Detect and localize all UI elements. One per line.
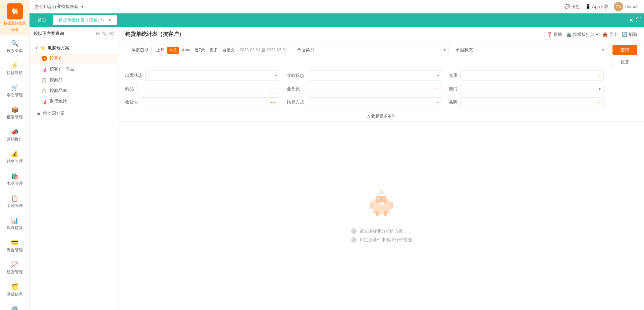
sidebar-item-quick-nav[interactable]: ⚡ 快捷导航	[0, 58, 29, 80]
receiver-dots-icon: ···	[271, 99, 277, 105]
tree-group-mobile-header[interactable]: ▶ 移动端方案	[30, 108, 118, 119]
date-tab-this-month[interactable]: 本月	[167, 47, 179, 54]
department-select[interactable]: ▾	[460, 84, 604, 94]
query-button[interactable]: 查询	[612, 45, 637, 55]
sales-icon: 💰	[11, 150, 18, 158]
sidebar-item-retail[interactable]: 🛒 零售管理	[0, 80, 29, 102]
sidebar-item-label: 营销推广	[7, 137, 23, 142]
add-scheme-icon[interactable]: ⊕	[96, 30, 100, 37]
date-tab-this-year[interactable]: 本年	[180, 47, 192, 54]
sidebar-item-search[interactable]: 🔍 搜索菜单	[0, 36, 29, 58]
right-panel: 销货单统计表（按客户） ❓ 帮助 🖨️ 按模板打印 ▾ 📤 导出	[118, 27, 644, 310]
logo-text: 畅捷通好生意	[4, 21, 26, 26]
list-icon-2: 📋	[42, 88, 47, 93]
tree-item-label: 按商品99	[50, 88, 67, 94]
sidebar-item-wholesale[interactable]: 📦 批发管理	[0, 102, 29, 124]
tip2-text: 用过滤条件来缩小分析范围	[360, 237, 412, 243]
svg-rect-6	[379, 202, 384, 205]
user-name: demo2	[625, 4, 639, 9]
tree-item-label: 按客户	[50, 55, 63, 61]
window-maximize-icon[interactable]: ⛶	[636, 17, 641, 23]
tree-item-by-goods[interactable]: 📋 按商品	[30, 74, 118, 85]
collapse-scheme-icon[interactable]: ≪	[108, 30, 114, 37]
export-icon: 📤	[602, 32, 608, 37]
setting-button[interactable]: 设置	[612, 57, 637, 67]
empty-tip-1: 1 请先选择要分析的方案	[351, 228, 412, 234]
tree-item-by-customer[interactable]: ● 按客户	[30, 53, 118, 64]
page-header: 销货单统计表（按客户） ❓ 帮助 🖨️ 按模板打印 ▾ 📤 导出	[118, 27, 644, 41]
svg-rect-7	[370, 202, 373, 209]
app-download-button[interactable]: 📱 App下载	[585, 4, 608, 10]
date-tab-more[interactable]: 更多	[208, 47, 220, 54]
tree-item-return-stat[interactable]: 📊 退货统计	[30, 96, 118, 107]
sidebar-item-label: 销售管理	[7, 159, 23, 164]
empty-illustration	[365, 189, 398, 223]
refresh-button[interactable]: 🔄 刷新	[622, 32, 637, 38]
settlement-label: 结算方式	[287, 99, 304, 105]
export-label: 导出	[609, 32, 618, 38]
sidebar-item-marketing[interactable]: 📣 营销推广	[0, 124, 29, 146]
quick-nav-icon: ⚡	[11, 62, 18, 69]
date-tab-last-month[interactable]: 上月	[154, 47, 166, 54]
print-button[interactable]: 🖨️ 按模板打印 ▾	[566, 32, 598, 38]
topbar-right: 💬 消息 📱 App下载 Ea demo2	[565, 2, 639, 11]
app-label: App下载	[592, 4, 608, 10]
help-button[interactable]: ❓ 帮助	[547, 32, 562, 38]
svg-point-5	[383, 199, 385, 200]
refresh-label: 刷新	[629, 32, 637, 38]
sidebar-item-business[interactable]: 📈 经营管理	[0, 257, 29, 279]
tree-group-desktop: ▼ 📁 电脑端方案 ● 按客户 📊 按客户+商品 📋 按商品	[30, 43, 118, 107]
expand-icon: ▼	[35, 46, 38, 50]
tree-group-mobile: ▶ 移动端方案	[30, 108, 118, 119]
brand-select[interactable]: ···	[460, 97, 604, 107]
sidebar-item-label: 批发管理	[7, 114, 23, 120]
sidebar: 畅 畅捷通好生意 标版 🔍 搜索菜单 ⚡ 快捷导航 🛒 零售管理 📦 批发管理 …	[0, 0, 30, 310]
receipt-status-select[interactable]: ▾	[307, 70, 442, 81]
sidebar-item-inventory[interactable]: 📊 库存核算	[0, 213, 29, 235]
message-button[interactable]: 💬 消息	[565, 4, 580, 10]
doc-type-select[interactable]: ▾	[317, 45, 448, 55]
tree-item-by-customer-goods[interactable]: 📊 按客户+商品	[30, 64, 118, 74]
receipt-status-label: 收款状态	[287, 72, 304, 79]
sidebar-item-sales[interactable]: 💰 销售管理	[0, 146, 29, 168]
sidebar-item-label: 采购管理	[7, 203, 23, 209]
warehouse-select[interactable]: ···	[460, 70, 604, 81]
out-status-dropdown-icon: ▾	[275, 73, 277, 78]
salesperson-label: 业务员	[287, 86, 300, 92]
export-button[interactable]: 📤 导出	[602, 32, 618, 38]
tree-group-desktop-header[interactable]: ▼ 📁 电脑端方案	[30, 43, 118, 53]
empty-svg	[366, 189, 396, 219]
tab-close-icon[interactable]: ✕	[108, 18, 112, 22]
date-tab-7days[interactable]: 近7天	[193, 47, 207, 54]
collapse-bar[interactable]: ⋀ 收起更多条件	[118, 111, 644, 121]
out-status-select[interactable]: ▾	[145, 70, 280, 81]
empty-tip-2: 2 用过滤条件来缩小分析范围	[351, 237, 412, 243]
help-label: 帮助	[553, 32, 562, 38]
main-area: 办公用品行业模拟账套 ▾ 💬 消息 📱 App下载 Ea demo2 首页	[30, 0, 644, 310]
settlement-select[interactable]: ▾	[307, 97, 442, 107]
goods-select[interactable]: ···	[137, 84, 280, 94]
chart-icon: 📊	[42, 67, 47, 72]
sidebar-item-basic[interactable]: 🗂️ 基础信息	[0, 279, 29, 301]
sidebar-item-purchase[interactable]: 📋 采购管理	[0, 191, 29, 213]
sidebar-item-finance[interactable]: 💳 资金管理	[0, 235, 29, 257]
tab-sales-stat[interactable]: 销货单统计表（按客户） ✕	[53, 15, 117, 25]
tab-home[interactable]: 首页	[32, 15, 52, 25]
date-tab-custom[interactable]: 自定义	[220, 47, 236, 54]
doc-status-select[interactable]: ▾	[476, 45, 607, 55]
sidebar-item-system[interactable]: ⚙️ 系统管理	[0, 301, 29, 310]
chevron-down-icon-2: ▾	[602, 48, 604, 52]
edit-scheme-icon[interactable]: ✎	[102, 30, 106, 37]
salesperson-select[interactable]: ···	[303, 84, 442, 94]
date-range-picker[interactable]: 上月 本月 本年 近7天 更多 自定义 2023-03-01 至 2023-03…	[151, 45, 290, 55]
user-area[interactable]: Ea demo2	[614, 2, 639, 11]
sidebar-item-label: 快捷导航	[7, 70, 23, 76]
scheme-tree: ▼ 📁 电脑端方案 ● 按客户 📊 按客户+商品 📋 按商品	[30, 40, 118, 123]
tab-home-label: 首页	[38, 17, 46, 23]
tree-item-by-goods-99[interactable]: 📋 按商品99	[30, 85, 118, 96]
dropdown-arrow-icon[interactable]: ▾	[81, 4, 84, 9]
sidebar-item-ecommerce[interactable]: 🛍️ 电商管理	[0, 168, 29, 191]
receiver-select[interactable]: ···	[141, 97, 280, 107]
receiver-label: 收货人	[125, 99, 138, 105]
window-close-icon[interactable]: ✕	[629, 17, 633, 23]
